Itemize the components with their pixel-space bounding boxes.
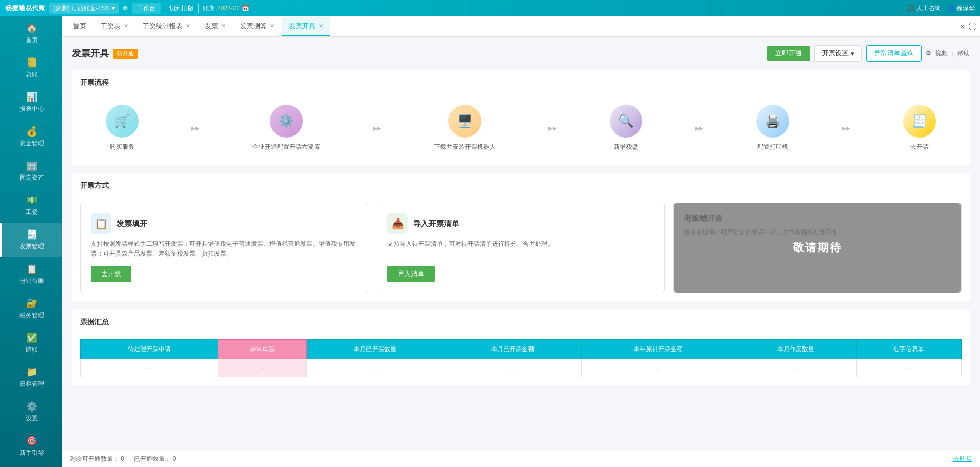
config-step-circle: ⚙️	[270, 105, 303, 138]
tab-home[interactable]: 首页	[66, 17, 93, 36]
reports-icon: 📊	[26, 91, 37, 103]
sidebar-item-home[interactable]: 🏠 首页	[0, 16, 62, 51]
summary-table-row: -- -- -- -- -- -- --	[81, 359, 962, 377]
flow-arrow-4: ▸▸	[695, 123, 703, 133]
tab-close-invoice-calc[interactable]: ✕	[270, 23, 275, 29]
sidebar-label-assets: 固定资产	[19, 173, 44, 182]
sidebar-label-home: 首页	[26, 36, 38, 45]
flow-section-title: 开票流程	[80, 78, 962, 91]
copy-icon[interactable]: ⧉	[123, 5, 128, 12]
flow-steps: 🛒 购买服务 ▸▸ ⚙️ 企业开通配置开票六要素 ▸▸ 🖥️ 下载并安装开票机器…	[80, 100, 962, 157]
tab-close-all: ✕ ⛶	[959, 23, 976, 31]
sidebar-item-payroll[interactable]: 💵 工资	[0, 188, 62, 223]
header-actions: 立即开通 开票设置 ▾ 异常清单查询 ⚙ 视频 | 帮助	[767, 45, 970, 62]
td-month-count: --	[306, 359, 444, 377]
tab-invoice[interactable]: 发票 ✕	[198, 17, 233, 36]
home-icon: 🏠	[26, 23, 37, 34]
sidebar-label-payroll: 工资	[26, 208, 38, 217]
status-bar: 剩余可开通数量： 0 已开通数量： 0 去购买	[62, 451, 980, 467]
tab-close-invoice-issue[interactable]: ✕	[319, 23, 323, 29]
flow-step-config: ⚙️ 企业开通配置开票六要素	[252, 105, 320, 151]
company-selector[interactable]: (勿删) 江西账宝-LSS ▾	[49, 3, 119, 14]
method-section: 开票方式 📋 发票填开 支持按照发票样式手工填写开发票；可开具增值税电子普通发票…	[72, 173, 970, 301]
sidebar-item-ledger[interactable]: 📒 总账	[0, 51, 62, 85]
tab-payroll[interactable]: 工资表 ✕	[93, 17, 135, 36]
import-method-desc: 支持导入待开票清单，可对待开票清单进行拆分、合并处理。	[387, 239, 654, 259]
printer-step-circle: 🖨️	[756, 105, 789, 138]
top-bar-right: 🎧 人工咨询 👤 徐泽华	[907, 4, 975, 13]
tab-invoice-issue[interactable]: 发票开具 ✕	[282, 17, 330, 36]
video-label[interactable]: 视频	[935, 49, 948, 58]
payroll-icon: 💵	[26, 194, 37, 206]
flow-arrow-1: ▸▸	[191, 123, 200, 133]
tab-bar: 首页 工资表 ✕ 工资统计报表 ✕ 发票 ✕ 发票测算 ✕ 发票开具 ✕	[62, 16, 980, 37]
sidebar-item-settings[interactable]: ⚙️ 设置	[0, 395, 62, 429]
close-all-button[interactable]: ✕	[959, 23, 966, 31]
manual-method-button[interactable]: 去开票	[91, 266, 131, 282]
opened-value: 0	[173, 455, 177, 462]
download-step-label: 下载并安装开票机器人	[434, 143, 496, 151]
sidebar-item-invoice[interactable]: 🧾 发票管理	[0, 223, 62, 257]
summary-section: 票据汇总 待处理开票申请 异常单票 本月已开票数量 本月已开票金额 本年累计开票…	[72, 309, 970, 385]
download-step-circle: 🖥️	[448, 105, 481, 138]
tab-close-payroll-stats[interactable]: ✕	[186, 23, 190, 29]
page-header: 发票开具 待开通 立即开通 开票设置 ▾ 异常清单查询 ⚙ 视频 | 帮助	[72, 45, 970, 62]
sidebar-item-funds[interactable]: 💰 资金管理	[0, 120, 62, 154]
th-abnormal: 异常单票	[218, 340, 306, 359]
workbench-button[interactable]: 工作台	[132, 3, 161, 14]
tab-invoice-calc[interactable]: 发票测算 ✕	[233, 17, 282, 36]
flow-arrow-2: ▸▸	[373, 123, 381, 133]
opened-label: 已开通数量：	[134, 455, 171, 462]
sidebar-item-assets[interactable]: 🏢 固定资产	[0, 154, 62, 188]
maximize-button[interactable]: ⛶	[969, 23, 976, 31]
period-value[interactable]: 2023-02	[217, 5, 240, 12]
import-method-icon: 📥	[387, 213, 408, 234]
sidebar-label-purchase-sales: 进销台账	[19, 277, 44, 285]
abnormal-query-button[interactable]: 异常清单查询	[866, 45, 922, 62]
page-content: 发票开具 待开通 立即开通 开票设置 ▾ 异常清单查询 ⚙ 视频 | 帮助	[62, 37, 980, 451]
calendar-icon[interactable]: 📅	[242, 5, 249, 12]
flow-section: 开票流程 🛒 购买服务 ▸▸ ⚙️ 企业开通配置开票六要素 ▸▸ 🖥️ 下	[72, 70, 970, 165]
sidebar-item-membership[interactable]: 👑 畅会员	[0, 463, 62, 467]
tax-icon: 🔐	[26, 298, 37, 309]
buy-link[interactable]: 去购买	[953, 455, 972, 463]
flow-step-taxdisk: 🔍 新增税盘	[610, 105, 642, 151]
app-logo: 畅捷通易代账	[5, 4, 45, 13]
sidebar-item-guide[interactable]: 🎯 新手引导	[0, 429, 62, 463]
td-abnormal: --	[218, 359, 306, 377]
open-now-button[interactable]: 立即开通	[767, 46, 810, 61]
headset-icon: 🎧	[907, 5, 915, 12]
sidebar-item-purchase-sales[interactable]: 📋 进销台账	[0, 257, 62, 291]
taxdisk-step-circle: 🔍	[610, 105, 642, 138]
sidebar-item-archive[interactable]: 📁 归档管理	[0, 360, 62, 395]
settings-circle-icon: ⚙	[926, 50, 931, 57]
status-badge: 待开通	[113, 49, 138, 59]
main-layout: 🏠 首页 📒 总账 📊 报表中心 💰 资金管理 🏢 固定资产 💵 工资 🧾 发票…	[0, 16, 980, 467]
method-section-title: 开票方式	[80, 181, 962, 194]
period-label: 账期	[203, 4, 215, 13]
sidebar-item-tax[interactable]: 🔐 税务管理	[0, 291, 62, 326]
import-method-button[interactable]: 导入清单	[387, 266, 435, 282]
td-void-count: --	[735, 359, 856, 377]
th-pending: 待处理开票申请	[81, 340, 218, 359]
sidebar-item-reports[interactable]: 📊 报表中心	[0, 85, 62, 120]
sidebar-item-close-accounts[interactable]: ✅ 结账	[0, 326, 62, 360]
open-settings-button[interactable]: 开票设置 ▾	[814, 45, 862, 62]
settings-icon: ⚙️	[26, 401, 37, 412]
th-red-info: 红字信息单	[856, 340, 961, 359]
issue-step-label: 去开票	[910, 143, 929, 151]
purchase-sales-icon: 📋	[26, 263, 37, 275]
user-info[interactable]: 👤 徐泽华	[947, 4, 975, 13]
company-dropdown-icon: ▾	[112, 5, 115, 12]
sidebar-label-reports: 报表中心	[19, 105, 44, 113]
buy-step-circle: 🛒	[106, 105, 139, 138]
td-year-amount: --	[581, 359, 735, 377]
tab-payroll-stats[interactable]: 工资统计报表 ✕	[135, 17, 198, 36]
summary-section-title: 票据汇总	[80, 318, 962, 331]
tab-close-payroll[interactable]: ✕	[124, 23, 128, 29]
old-version-button[interactable]: 切到旧版	[165, 3, 199, 14]
sidebar-label-tax: 税务管理	[19, 311, 44, 320]
help-label[interactable]: 帮助	[957, 49, 970, 58]
support-link[interactable]: 🎧 人工咨询	[907, 4, 941, 13]
tab-close-invoice[interactable]: ✕	[221, 23, 226, 29]
